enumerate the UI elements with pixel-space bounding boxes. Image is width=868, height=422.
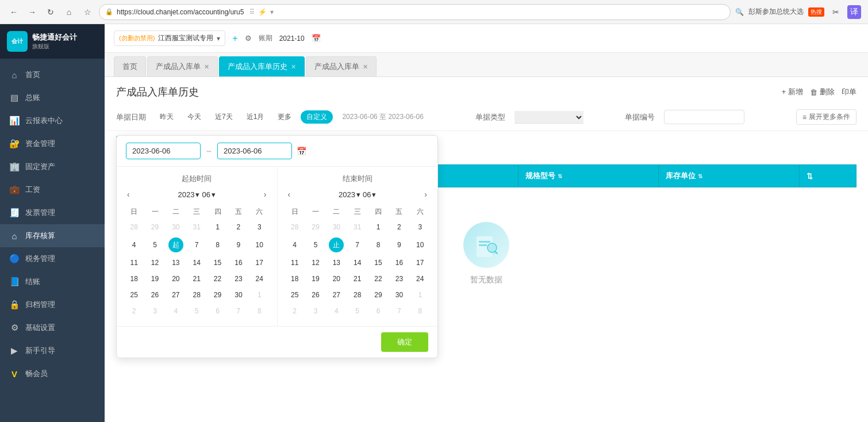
calendar-day[interactable]: 8 xyxy=(368,235,389,255)
sidebar-item-salary[interactable]: 💼 工资 xyxy=(0,178,105,201)
print-button[interactable]: 印单 xyxy=(842,87,857,97)
calendar-day[interactable]: 5 xyxy=(144,235,165,255)
shortcut-1month[interactable]: 近1月 xyxy=(242,110,269,124)
calendar-day[interactable]: 4 xyxy=(326,303,347,319)
calendar-day[interactable]: 16 xyxy=(228,255,249,271)
tab-inventory1[interactable]: 产成品入库单 ✕ xyxy=(147,56,218,76)
calendar-day[interactable]: 29 xyxy=(368,287,389,303)
calendar-day[interactable]: 1 xyxy=(368,219,389,235)
scissors-button[interactable]: ✂ xyxy=(829,5,843,19)
translate-button[interactable]: 译 xyxy=(847,5,861,19)
company-selector[interactable]: (勿删勿禁用) 江西服宝测试专用 ▾ xyxy=(114,30,225,46)
sidebar-item-guide[interactable]: ▶ 新手引导 xyxy=(0,339,105,362)
calendar-day[interactable]: 8 xyxy=(207,235,228,255)
calendar-day[interactable]: 17 xyxy=(410,255,431,271)
sidebar-item-close[interactable]: 📘 结账 xyxy=(0,270,105,293)
doc-type-select[interactable] xyxy=(514,111,583,124)
calendar-day[interactable]: 4 xyxy=(124,235,144,255)
tab-home[interactable]: 首页 xyxy=(114,56,146,76)
calendar-day[interactable]: 18 xyxy=(285,271,305,287)
sidebar-item-vip[interactable]: V 畅会员 xyxy=(0,362,105,385)
settings-gear-icon[interactable]: ⚙ xyxy=(245,34,252,43)
calendar-day[interactable]: 7 xyxy=(228,303,249,319)
calendar-day[interactable]: 23 xyxy=(389,271,409,287)
end-date-input[interactable] xyxy=(217,143,292,159)
calendar-day[interactable]: 15 xyxy=(207,255,228,271)
calendar-day[interactable]: 3 xyxy=(144,303,165,319)
calendar-day[interactable]: 22 xyxy=(207,271,228,287)
add-company-icon[interactable]: + xyxy=(232,33,237,44)
calendar-day[interactable]: 26 xyxy=(305,287,326,303)
tab-inventory2[interactable]: 产成品入库单 ✕ xyxy=(306,56,377,76)
back-button[interactable]: ← xyxy=(7,5,21,19)
calendar-day[interactable]: 13 xyxy=(166,255,186,271)
calendar-day[interactable]: 24 xyxy=(249,271,270,287)
sidebar-item-settings[interactable]: ⚙ 基础设置 xyxy=(0,316,105,339)
calendar-day[interactable]: 31 xyxy=(186,219,207,235)
shortcut-today[interactable]: 今天 xyxy=(183,110,206,124)
end-cal-prev[interactable]: ‹ xyxy=(285,189,294,200)
calendar-day[interactable]: 13 xyxy=(326,255,347,271)
calendar-day[interactable]: 6 xyxy=(207,303,228,319)
calendar-day[interactable]: 28 xyxy=(285,219,305,235)
calendar-day[interactable]: 4 xyxy=(285,235,305,255)
end-cal-year[interactable]: 2023▾ xyxy=(339,190,360,199)
calendar-day[interactable]: 19 xyxy=(305,271,326,287)
calendar-day[interactable]: 11 xyxy=(124,255,144,271)
calendar-day[interactable]: 25 xyxy=(124,287,144,303)
calendar-day[interactable]: 27 xyxy=(166,287,186,303)
calendar-day[interactable]: 14 xyxy=(186,255,207,271)
sidebar-item-assets[interactable]: 🏢 固定资产 xyxy=(0,155,105,178)
calendar-day[interactable]: 20 xyxy=(326,271,347,287)
home-button[interactable]: ⌂ xyxy=(62,5,76,19)
calendar-day[interactable]: 30 xyxy=(326,219,347,235)
calendar-day[interactable]: 2 xyxy=(124,303,144,319)
calendar-day[interactable]: 1 xyxy=(207,219,228,235)
calendar-day[interactable]: 7 xyxy=(186,235,207,255)
calendar-day[interactable]: 起 xyxy=(166,235,186,255)
calendar-day[interactable]: 12 xyxy=(305,255,326,271)
confirm-button[interactable]: 确定 xyxy=(381,332,428,352)
calendar-day[interactable]: 17 xyxy=(249,255,270,271)
calendar-day[interactable]: 27 xyxy=(326,287,347,303)
calendar-day[interactable]: 15 xyxy=(368,255,389,271)
calendar-day[interactable]: 4 xyxy=(166,303,186,319)
calendar-day[interactable]: 5 xyxy=(347,303,368,319)
calendar-day[interactable]: 2 xyxy=(228,219,249,235)
calendar-day[interactable]: 21 xyxy=(347,271,368,287)
doc-number-input[interactable] xyxy=(664,110,744,124)
calendar-day[interactable]: 7 xyxy=(389,303,409,319)
calendar-day[interactable]: 8 xyxy=(249,303,270,319)
calendar-day[interactable]: 9 xyxy=(389,235,409,255)
sidebar-item-ledger[interactable]: ▤ 总账 xyxy=(0,86,105,109)
tab-inventory2-close[interactable]: ✕ xyxy=(363,63,368,71)
calendar-day[interactable]: 11 xyxy=(285,255,305,271)
end-cal-month[interactable]: 06▾ xyxy=(363,190,376,199)
forward-button[interactable]: → xyxy=(25,5,39,19)
calendar-day[interactable]: 25 xyxy=(285,287,305,303)
start-date-input[interactable] xyxy=(126,143,201,159)
sidebar-item-funds[interactable]: 🔐 资金管理 xyxy=(0,132,105,155)
calendar-day[interactable]: 20 xyxy=(166,271,186,287)
delete-button[interactable]: 🗑 删除 xyxy=(810,87,835,97)
calendar-day[interactable]: 29 xyxy=(144,219,165,235)
calendar-day[interactable]: 29 xyxy=(207,287,228,303)
calendar-day[interactable]: 止 xyxy=(326,235,347,255)
url-bar[interactable]: 🔒 https://cloud.chanjet.com/accounting/u… xyxy=(99,4,731,20)
calendar-day[interactable]: 5 xyxy=(186,303,207,319)
end-cal-next[interactable]: › xyxy=(421,189,431,200)
start-cal-prev[interactable]: ‹ xyxy=(124,189,133,200)
calendar-icon[interactable]: 📅 xyxy=(312,34,321,43)
shortcut-more[interactable]: 更多 xyxy=(273,110,296,124)
calendar-day[interactable]: 18 xyxy=(124,271,144,287)
calendar-day[interactable]: 30 xyxy=(166,219,186,235)
calendar-day[interactable]: 12 xyxy=(144,255,165,271)
calendar-picker-icon[interactable]: 📅 xyxy=(297,147,306,156)
calendar-day[interactable]: 31 xyxy=(347,219,368,235)
sidebar-item-inventory[interactable]: ⌂ 库存核算 xyxy=(0,224,105,247)
calendar-day[interactable]: 14 xyxy=(347,255,368,271)
calendar-day[interactable]: 8 xyxy=(410,303,431,319)
sidebar-item-home[interactable]: ⌂ 首页 xyxy=(0,63,105,86)
calendar-day[interactable]: 23 xyxy=(228,271,249,287)
calendar-day[interactable]: 28 xyxy=(347,287,368,303)
